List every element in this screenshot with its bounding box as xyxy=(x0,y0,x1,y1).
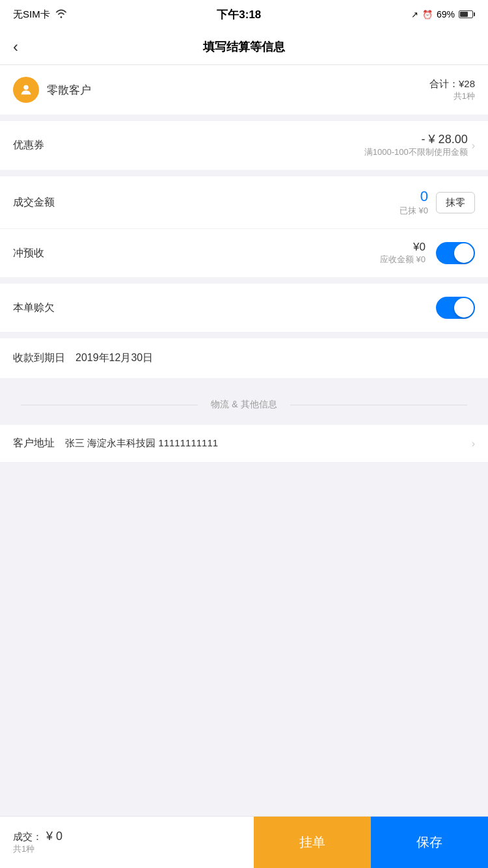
prereceive-label: 冲预收 xyxy=(13,247,44,260)
svg-point-0 xyxy=(23,85,28,90)
address-row[interactable]: 客户地址 张三 海淀永丰科技园 11111111111 › xyxy=(0,425,488,462)
bottom-deal-label: 成交： xyxy=(13,831,42,843)
debt-label: 本单赊欠 xyxy=(13,301,55,315)
logistics-label: 物流 & 其他信息 xyxy=(204,399,283,411)
customer-section: 零散客户 合计：¥28 共1种 xyxy=(0,65,488,115)
bottom-info: 成交： ¥ 0 共1种 xyxy=(0,830,254,855)
bottom-deal-wrap: 成交： ¥ 0 xyxy=(13,830,241,843)
nav-bar: ‹ 填写结算等信息 xyxy=(0,29,488,65)
hang-button[interactable]: 挂单 xyxy=(254,817,371,869)
status-bar: 无SIM卡 下午3:18 ↗ ⏰ 69% xyxy=(0,0,488,29)
duedate-value: 2019年12月30日 xyxy=(75,351,153,365)
prereceive-toggle[interactable] xyxy=(436,242,475,264)
transaction-col: 0 已抹 ¥0 xyxy=(400,188,428,217)
coupon-right: - ¥ 28.00 满1000-100不限制使用金额 › xyxy=(364,133,475,158)
empty-space xyxy=(0,468,488,599)
address-label: 客户地址 xyxy=(13,437,55,450)
total-amount: 合计：¥28 xyxy=(429,78,475,90)
duedate-label: 收款到期日 xyxy=(13,351,65,365)
transaction-amount-row: 成交金额 0 已抹 ¥0 抹零 xyxy=(0,176,488,229)
transaction-label: 成交金额 xyxy=(13,196,55,210)
save-button[interactable]: 保存 xyxy=(371,817,488,869)
toggle-knob xyxy=(454,243,474,263)
customer-name: 零散客户 xyxy=(47,83,91,98)
customer-total: 合计：¥28 共1种 xyxy=(429,78,475,102)
total-count: 共1种 xyxy=(429,90,475,102)
duedate-section: 收款到期日 2019年12月30日 xyxy=(0,338,488,378)
transaction-right: 0 已抹 ¥0 抹零 xyxy=(400,188,475,217)
round-button[interactable]: 抹零 xyxy=(436,192,475,213)
bottom-count: 共1种 xyxy=(13,843,241,855)
battery-percent: 69% xyxy=(437,9,455,20)
transaction-section: 成交金额 0 已抹 ¥0 抹零 冲预收 ¥0 应收金额 ¥0 xyxy=(0,176,488,277)
prereceive-right: ¥0 应收金额 ¥0 xyxy=(380,241,475,265)
logistics-line-left xyxy=(21,405,198,405)
status-time: 下午3:18 xyxy=(217,7,261,22)
transaction-input[interactable]: 0 xyxy=(420,188,428,205)
bottom-deal-amount: ¥ 0 xyxy=(46,830,62,843)
chevron-right-icon: › xyxy=(472,140,475,152)
prereceive-sub-amount: 应收金额 ¥0 xyxy=(380,254,426,265)
status-right: ↗ ⏰ 69% xyxy=(411,9,475,20)
address-value: 张三 海淀永丰科技园 11111111111 xyxy=(65,437,472,450)
logistics-header-section: 物流 & 其他信息 xyxy=(0,385,488,425)
signal-text: 无SIM卡 xyxy=(13,8,50,21)
customer-avatar xyxy=(13,77,39,103)
back-button[interactable]: ‹ xyxy=(13,38,18,56)
nav-title: 填写结算等信息 xyxy=(203,39,285,55)
debt-toggle-knob xyxy=(454,298,474,318)
deducted-label: 已抹 ¥0 xyxy=(400,205,428,217)
coupon-description: 满1000-100不限制使用金额 xyxy=(364,146,468,158)
prereceive-amounts: ¥0 应收金额 ¥0 xyxy=(380,241,426,265)
logistics-line-right xyxy=(290,405,467,405)
battery-icon xyxy=(459,10,475,18)
debt-section: 本单赊欠 xyxy=(0,284,488,332)
coupon-row[interactable]: 优惠券 - ¥ 28.00 满1000-100不限制使用金额 › xyxy=(0,121,488,170)
debt-toggle[interactable] xyxy=(436,297,475,319)
customer-info-left: 零散客户 xyxy=(13,77,91,103)
prereceive-main-amount: ¥0 xyxy=(380,241,426,254)
prereceive-row: 冲预收 ¥0 应收金额 ¥0 xyxy=(0,229,488,277)
status-left: 无SIM卡 xyxy=(13,8,67,21)
coupon-label: 优惠券 xyxy=(13,139,44,152)
logistics-header: 物流 & 其他信息 xyxy=(13,391,475,418)
location-icon: ↗ xyxy=(411,10,418,20)
alarm-icon: ⏰ xyxy=(422,10,433,20)
address-chevron-icon: › xyxy=(472,438,475,450)
coupon-amount: - ¥ 28.00 xyxy=(364,133,468,146)
bottom-bar: 成交： ¥ 0 共1种 挂单 保存 xyxy=(0,816,488,868)
wifi-icon xyxy=(55,9,67,20)
